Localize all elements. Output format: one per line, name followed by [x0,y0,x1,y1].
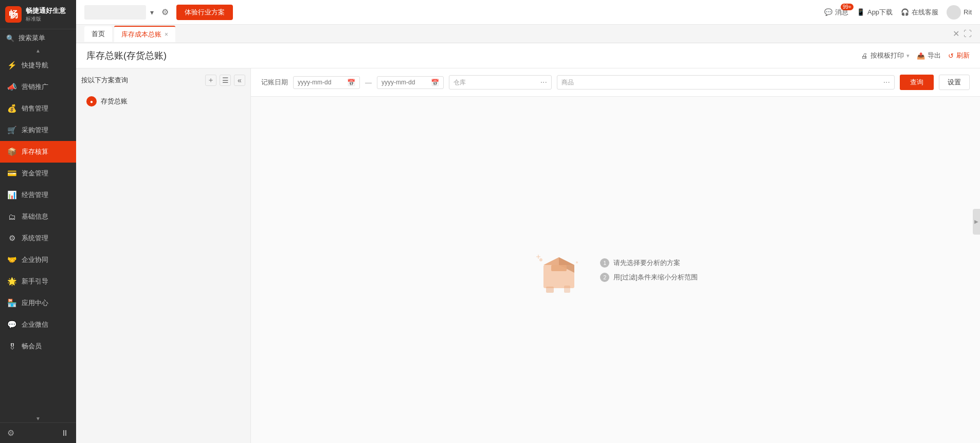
sidebar-item-finance[interactable]: 💳 资金管理 [0,163,76,184]
enterprise-icon: 🤝 [7,255,16,264]
logo-main-text: 畅捷通好生意 [26,6,66,15]
breadcrumb [84,5,146,20]
sidebar-item-appcenter[interactable]: 🏪 应用中心 [0,292,76,314]
content-area: 1 请先选择要分析的方案 2 用[过滤]条件来缩小分析范围 [251,97,980,443]
system-icon: ⚙ [7,234,16,243]
calendar-end-icon: 📅 [431,79,439,86]
toggle-icon: ▶ [974,219,979,224]
user-area[interactable]: Rit [947,5,972,20]
tip-row-2: 2 用[过滤]条件来缩小分析范围 [600,273,697,282]
wechat-label: 企业微信 [22,320,48,329]
date-separator: — [365,79,372,86]
logo-area: 畅 畅捷通好生意 标准版 [0,0,76,29]
inventory-icon: 📦 [7,147,16,156]
query-button[interactable]: 查询 [900,75,934,90]
close-panel-icon[interactable]: ✕ [953,29,959,39]
sidebar-bottom: ⚙ ⏸ [0,422,76,443]
message-action[interactable]: 💬 消息 99+ [824,8,848,17]
right-panel: 记账日期 📅 — 📅 仓库 ··· [251,68,980,443]
sidebar: 畅 畅捷通好生意 标准版 🔍 搜索菜单 ▲ ⚡ 快捷导航 📣 营销推广 💰 销售… [0,0,76,443]
product-selector[interactable]: 商品 ··· [557,75,895,90]
app-download-label: App下载 [867,8,893,17]
scroll-up[interactable]: ▲ [0,47,76,55]
sidebar-item-operations[interactable]: 📊 经营管理 [0,184,76,206]
sidebar-search[interactable]: 🔍 搜索菜单 [0,29,76,47]
operations-icon: 📊 [7,190,16,200]
empty-tips: 1 请先选择要分析的方案 2 用[过滤]条件来缩小分析范围 [600,258,697,282]
member-icon: 🎖 [7,342,16,351]
date-start-input[interactable]: 📅 [293,76,360,89]
sidebar-item-inventory[interactable]: 📦 库存核算 [0,141,76,163]
dropdown-icon[interactable]: ▾ [150,8,154,16]
app-download-action[interactable]: 📱 App下载 [857,8,893,17]
scheme-icon: ● [86,96,97,107]
logo-icon: 畅 [5,6,22,23]
product-placeholder: 商品 [561,78,574,87]
page-body: 按以下方案查询 ＋ ☰ « ● 存货总账 记账日期 [76,68,980,443]
quicknav-label: 快捷导航 [22,61,48,70]
date-end-field[interactable] [382,79,428,86]
warehouse-selector[interactable]: 仓库 ··· [449,75,552,90]
collapse-icon[interactable]: ⏸ [61,429,69,438]
sidebar-item-basic[interactable]: 🗂 基础信息 [0,206,76,227]
date-start-field[interactable] [298,79,344,86]
basic-icon: 🗂 [7,212,16,221]
sidebar-item-enterprise[interactable]: 🤝 企业协同 [0,249,76,271]
sidebar-item-system[interactable]: ⚙ 系统管理 [0,227,76,249]
app-download-icon: 📱 [857,8,865,16]
scroll-down[interactable]: ▼ [0,415,76,422]
finance-icon: 💳 [7,169,16,178]
export-label: 导出 [928,51,941,60]
settings-icon[interactable]: ⚙ [7,428,14,438]
enterprise-label: 企业协同 [22,255,48,264]
sales-icon: 💰 [7,104,16,113]
finance-label: 资金管理 [22,169,48,178]
print-icon: 🖨 [861,52,868,60]
tip-text-2: 用[过滤]条件来缩小分析范围 [613,273,697,282]
sidebar-item-wechat[interactable]: 💬 企业微信 [0,314,76,335]
home-tab-label: 首页 [92,29,105,39]
online-service-action[interactable]: 🎧 在线客服 [901,8,938,17]
sidebar-item-purchase[interactable]: 🛒 采购管理 [0,119,76,141]
refresh-btn[interactable]: ↺ 刷新 [948,51,970,60]
tab-inventory-ledger[interactable]: 库存成本总账 × [114,26,175,42]
tab-home[interactable]: 首页 [84,26,112,42]
warehouse-more-icon: ··· [540,78,547,87]
user-name: Rit [964,8,972,16]
page-title: 库存总账(存货总账) [86,49,167,62]
appcenter-icon: 🏪 [7,298,16,308]
system-label: 系统管理 [22,234,48,243]
export-btn[interactable]: 📤 导出 [917,51,941,60]
marketing-label: 营销推广 [22,82,48,92]
sidebar-item-member[interactable]: 🎖 畅会员 [0,335,76,357]
sidebar-item-marketing[interactable]: 📣 营销推广 [0,76,76,98]
marketing-icon: 📣 [7,82,16,92]
sales-label: 销售管理 [22,104,48,113]
tab-close-icon[interactable]: × [165,31,168,38]
print-btn[interactable]: 🖨 按模板打印 ▾ [861,51,910,60]
tip-num-2: 2 [600,273,609,282]
sidebar-item-newbie[interactable]: 🌟 新手引导 [0,271,76,292]
sidebar-item-quicknav[interactable]: ⚡ 快捷导航 [0,55,76,76]
expand-icon[interactable]: ⛶ [964,29,972,39]
topbar-right: 💬 消息 99+ 📱 App下载 🎧 在线客服 Rit [824,5,972,20]
refresh-label: 刷新 [956,51,970,60]
page-content-wrapper: 库存总账(存货总账) 🖨 按模板打印 ▾ 📤 导出 ↺ 刷新 [76,43,980,443]
industry-btn[interactable]: 体验行业方案 [176,5,233,20]
collapse-filter-btn[interactable]: « [234,75,245,86]
sidebar-item-sales[interactable]: 💰 销售管理 [0,98,76,119]
gear-icon[interactable]: ⚙ [158,5,172,20]
settings-button[interactable]: 设置 [939,75,970,90]
tip-num-1: 1 [600,258,609,268]
filter-sidebar: 按以下方案查询 ＋ ☰ « ● 存货总账 [76,68,251,443]
top-bar: ▾ ⚙ 体验行业方案 💬 消息 99+ 📱 App下载 🎧 在线客服 Rit [76,0,980,25]
side-toggle[interactable]: ▶ [973,209,980,235]
newbie-icon: 🌟 [7,277,16,286]
inventory-label: 库存核算 [22,147,48,156]
scheme-item-inventory[interactable]: ● 存货总账 [81,92,245,111]
add-scheme-btn[interactable]: ＋ [205,75,216,86]
product-more-icon: ··· [883,78,890,87]
manage-scheme-btn[interactable]: ☰ [220,75,231,86]
date-end-input[interactable]: 📅 [377,76,444,89]
headset-icon: 🎧 [901,8,909,16]
